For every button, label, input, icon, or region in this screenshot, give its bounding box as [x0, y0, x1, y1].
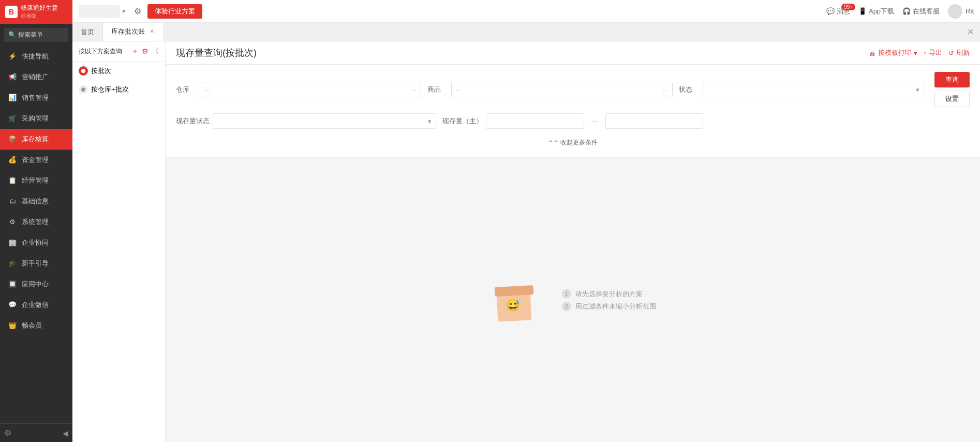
sidebar-item-purchase[interactable]: 🛒 采购管理 — [0, 108, 72, 129]
sidebar-item-member[interactable]: 👑 畅会员 — [0, 315, 72, 336]
inventory-qty-min[interactable] — [486, 113, 584, 129]
filter-row-2: 现存量状态 ▾ 现存量（主） — — [176, 113, 970, 129]
collapse-filter-button[interactable]: ⌃⌃ 收起更多条件 — [176, 135, 970, 150]
empty-illustration: 😅 — [489, 272, 541, 329]
left-panel-header: 按以下方案查询 ＋ ⚙ 《 — [72, 41, 165, 62]
warehouse-input[interactable]: ··· ··· — [200, 82, 421, 97]
status-select[interactable]: ▾ — [703, 82, 924, 97]
export-icon: ↑ — [924, 49, 927, 57]
filter-warehouse: 仓库 ··· ··· — [176, 82, 421, 97]
quick-nav-icon: ⚡ — [7, 51, 18, 62]
inventory-status-dropdown-icon: ▾ — [428, 117, 432, 125]
app-logo: B — [5, 6, 18, 18]
settings-button[interactable]: ⚙ — [134, 6, 141, 16]
inventory-status-select[interactable]: ▾ — [213, 113, 436, 129]
goods-input[interactable]: ··· ··· — [451, 82, 673, 97]
sidebar-item-sales[interactable]: 📊 销售管理 — [0, 87, 72, 108]
sidebar-search-area: 🔍 搜索菜单 — [0, 24, 72, 46]
sales-icon: 📊 — [7, 93, 18, 103]
inventory-icon: 📦 — [7, 134, 18, 144]
svg-text:😅: 😅 — [506, 298, 521, 312]
collapse-up-icon: ⌃⌃ — [548, 139, 558, 146]
breadcrumb: ▾ — [79, 5, 126, 18]
headset-icon: 🎧 — [902, 7, 911, 15]
sidebar-item-enterprise[interactable]: 🏢 企业协同 — [0, 232, 72, 253]
sidebar-item-quick-nav[interactable]: ⚡ 快捷导航 — [0, 46, 72, 67]
filter-settings-button[interactable]: 设置 — [934, 91, 970, 107]
page-header: 现存量查询(按批次) 🖨 按模板打印 ▾ ↑ 导出 ↺ 刷新 — [166, 41, 980, 65]
plan-by-warehouse-batch[interactable]: 按仓库+批次 — [72, 80, 165, 99]
sidebar-collapse-icon[interactable]: ◀ — [63, 429, 68, 437]
query-button[interactable]: 查询 — [934, 72, 970, 87]
filter-status: 状态 ▾ — [679, 82, 924, 97]
sidebar-item-finance[interactable]: 💰 资金管理 — [0, 150, 72, 170]
right-panel: 现存量查询(按批次) 🖨 按模板打印 ▾ ↑ 导出 ↺ 刷新 — [166, 41, 980, 442]
svg-point-0 — [81, 69, 85, 73]
content-area: 按以下方案查询 ＋ ⚙ 《 按批次 按仓库+批次 — [72, 41, 980, 442]
company-name: 畅康通好生意 — [21, 4, 58, 12]
message-icon: 💬 — [826, 7, 835, 15]
status-label: 状态 — [679, 85, 700, 94]
inventory-qty-label: 现存量（主） — [442, 116, 483, 126]
avatar — [948, 4, 962, 19]
user-menu-button[interactable]: Rit — [948, 4, 974, 19]
add-plan-icon[interactable]: ＋ — [131, 47, 139, 56]
phone-icon: 📱 — [858, 7, 867, 15]
filter-inventory-status: 现存量状态 ▾ — [176, 113, 436, 129]
main-area: ▾ ⚙ 体验行业方案 💬 消息 99+ 📱 App下载 🎧 在线客服 — [72, 0, 980, 442]
filter-area: 仓库 ··· ··· 商品 ··· ··· 状态 — [166, 65, 980, 158]
industry-solution-button[interactable]: 体验行业方案 — [147, 4, 202, 19]
sidebar-item-basics[interactable]: 🗂 基础信息 — [0, 191, 72, 212]
sidebar-item-system[interactable]: ⚙ 系统管理 — [0, 212, 72, 232]
tab-home[interactable]: 首页 — [72, 23, 103, 41]
print-button[interactable]: 🖨 按模板打印 ▾ — [869, 48, 917, 57]
enterprise-icon: 🏢 — [7, 238, 18, 248]
online-service-button[interactable]: 🎧 在线客服 — [902, 7, 940, 16]
data-area: 😅 1 请先选择要分析的方案 2 用过滤条件来缩小分析范围 — [166, 158, 980, 442]
collapse-left-icon[interactable]: 《 — [152, 47, 159, 56]
export-button[interactable]: ↑ 导出 — [924, 48, 943, 57]
inventory-status-label: 现存量状态 — [176, 116, 210, 126]
breadcrumb-input[interactable] — [79, 5, 120, 18]
goods-label: 商品 — [427, 85, 448, 94]
empty-tip-2: 2 用过滤条件来缩小分析范围 — [562, 302, 656, 311]
topbar: ▾ ⚙ 体验行业方案 💬 消息 99+ 📱 App下载 🎧 在线客服 — [72, 0, 980, 23]
tab-close-icon[interactable]: ✕ — [148, 28, 155, 35]
plan-warehouse-icon — [79, 85, 88, 94]
refresh-button[interactable]: ↺ 刷新 — [948, 48, 970, 57]
inventory-qty-max[interactable] — [605, 113, 703, 129]
purchase-icon: 🛒 — [7, 113, 18, 124]
breadcrumb-arrow: ▾ — [122, 7, 126, 15]
sidebar-item-operations[interactable]: 📋 经营管理 — [0, 170, 72, 191]
wechat-icon: 💬 — [7, 300, 18, 310]
filter-goods: 商品 ··· ··· — [427, 82, 673, 97]
plan-by-batch[interactable]: 按批次 — [72, 62, 165, 80]
marketing-icon: 📢 — [7, 72, 18, 82]
newbie-icon: 🎓 — [7, 258, 18, 269]
print-icon: 🖨 — [869, 49, 876, 57]
tab-inventory-batch[interactable]: 库存批次账 ✕ — [103, 23, 164, 41]
sidebar: B 畅康通好生意 标准版 🔍 搜索菜单 ⚡ 快捷导航 📢 营销推广 📊 销售管理… — [0, 0, 72, 442]
empty-tips: 1 请先选择要分析的方案 2 用过滤条件来缩小分析范围 — [562, 289, 656, 311]
warehouse-label: 仓库 — [176, 85, 197, 94]
messages-button[interactable]: 💬 消息 99+ — [826, 7, 850, 16]
sidebar-nav: ⚡ 快捷导航 📢 营销推广 📊 销售管理 🛒 采购管理 📦 库存核算 💰 资金管… — [0, 46, 72, 423]
warehouse-input-dots: ··· — [411, 86, 417, 94]
sidebar-item-apps[interactable]: 🔲 应用中心 — [0, 274, 72, 294]
page-title: 现存量查询(按批次) — [176, 47, 257, 59]
tab-close-all-icon[interactable]: ✕ — [965, 25, 976, 39]
sidebar-item-wechat[interactable]: 💬 企业微信 — [0, 294, 72, 315]
sidebar-item-inventory[interactable]: 📦 库存核算 — [0, 129, 72, 150]
member-icon: 👑 — [7, 320, 18, 331]
app-download-button[interactable]: 📱 App下载 — [858, 7, 894, 16]
sidebar-settings-icon[interactable]: ⚙ — [4, 428, 11, 438]
search-icon: 🔍 — [8, 31, 16, 38]
sidebar-item-newbie[interactable]: 🎓 新手引导 — [0, 253, 72, 274]
filter-row-1: 仓库 ··· ··· 商品 ··· ··· 状态 — [176, 72, 970, 107]
left-panel: 按以下方案查询 ＋ ⚙ 《 按批次 按仓库+批次 — [72, 41, 166, 442]
sidebar-item-marketing[interactable]: 📢 营销推广 — [0, 67, 72, 87]
print-arrow-icon: ▾ — [914, 49, 917, 57]
plan-settings-icon[interactable]: ⚙ — [142, 47, 149, 55]
search-menu-button[interactable]: 🔍 搜索菜单 — [4, 28, 68, 42]
sidebar-header: B 畅康通好生意 标准版 — [0, 0, 72, 24]
